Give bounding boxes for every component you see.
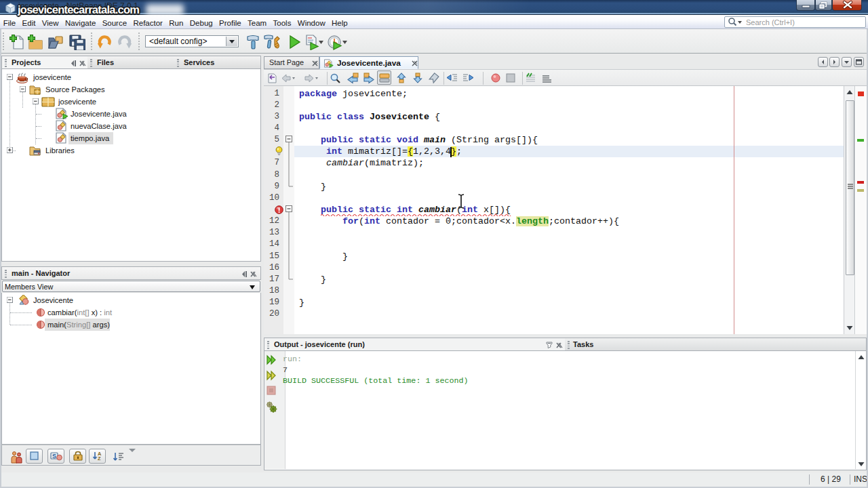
svg-text:S: S <box>52 453 56 460</box>
svg-text:Z: Z <box>98 455 101 461</box>
